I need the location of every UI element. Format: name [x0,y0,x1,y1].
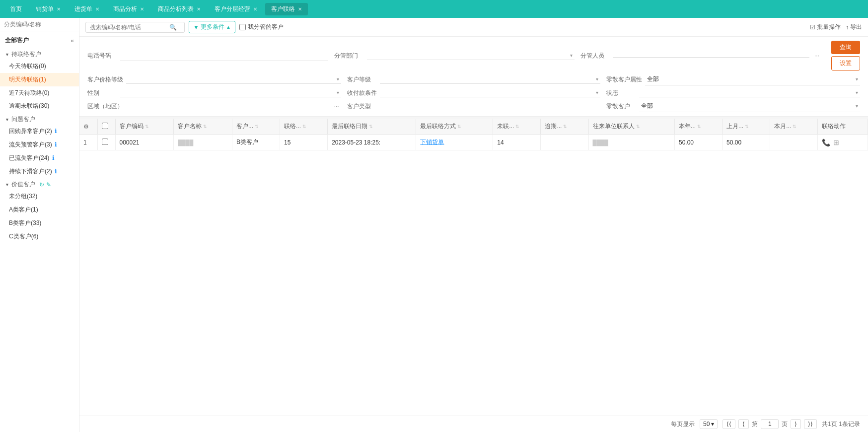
my-customers-checkbox[interactable] [239,24,246,30]
dept-select[interactable]: ▾ [367,51,575,60]
footer: 每页显示 50 ▾ ⟨⟨ ⟨ 第 页 ⟩ ⟩⟩ 共1页 1条记录 [79,416,868,432]
retail-attr-label: 零散客户属性 [606,75,642,84]
nav-customer-tier[interactable]: 客户分层经营 ✕ [209,3,263,15]
customer-type-select[interactable] [380,105,601,108]
action-phone-icon[interactable]: 📞 [822,139,830,146]
batch-operation-btn[interactable]: ☑ 批量操作 [810,23,841,31]
manager-select[interactable] [613,54,809,58]
table-body: 1 000021 ████ B类客户 15 2023-05-23 18:25: … [79,135,868,150]
nav-customer-contact[interactable]: 客户联络 ✕ [265,3,308,15]
nav-sales[interactable]: 销货单 ✕ [30,3,67,15]
value-edit-icon[interactable]: ✎ [46,181,51,188]
nav-close-goods-analysis[interactable]: ✕ [140,6,144,12]
value-refresh-icon[interactable]: ↻ [39,181,44,188]
sort-contact-icon[interactable]: ⇅ [302,124,306,129]
sort-code-icon[interactable]: ⇅ [145,124,149,129]
payment-select[interactable]: ▾ [380,88,601,97]
region-label: 区域（地区） [87,102,123,111]
manager-ellipsis[interactable]: ··· [812,52,821,59]
nav-close-customer-tier[interactable]: ✕ [253,6,257,12]
dept-label: 分管部门 [334,52,364,60]
select-all-checkbox[interactable] [102,123,108,129]
sidebar-item-tomorrow[interactable]: 明天待联络(1) [0,73,79,86]
page-label: 第 [752,420,758,429]
sidebar-item-class-a[interactable]: A类客户(1) [0,203,79,216]
phone-input[interactable] [120,51,328,61]
sidebar-item-repurchase[interactable]: 回购异常客户(2) ℹ [0,125,79,138]
filter-status: 状态 ▾ [606,88,860,97]
phone-label: 电话号码 [87,52,117,60]
cell-unit-contact: ████ [588,135,675,150]
sort-thismonth-icon[interactable]: ⇅ [793,124,796,129]
sort-lastmonth-icon[interactable]: ⇅ [745,124,749,129]
th-unlinkdays: 未联... ⇅ [493,119,541,135]
filter-actions: 查询 设置 [831,41,860,71]
filter-more-btn[interactable]: ▼ 更多条件 ▲ [189,21,235,33]
row-checkbox[interactable] [102,139,108,145]
settings-icon[interactable]: ⚙ [83,123,89,130]
filter-customer-grade: 客户等级 ▾ [347,75,601,84]
query-button[interactable]: 查询 [831,41,860,54]
page-first-btn[interactable]: ⟨⟨ [723,419,735,429]
page-size-select[interactable]: 50 ▾ [700,419,718,429]
retail-attr-select[interactable]: 全部 ▾ [645,73,860,85]
sidebar-item-class-b[interactable]: B类客户(33) [0,216,79,230]
dept-chevron-icon: ▾ [570,53,573,58]
sort-date-icon[interactable]: ⇅ [369,124,373,129]
page-last-btn[interactable]: ⟩⟩ [804,419,817,429]
th-settings: ⚙ [79,119,97,135]
sort-type-icon[interactable]: ⇅ [255,124,259,129]
page-input[interactable] [761,419,779,429]
sort-method-icon[interactable]: ⇅ [457,124,461,129]
nav-close-sales[interactable]: ✕ [57,6,61,12]
sort-overdue-icon[interactable]: ⇅ [563,124,567,129]
sidebar-item-class-c[interactable]: C类客户(6) [0,230,79,243]
page-prev-btn[interactable]: ⟨ [738,419,749,429]
price-grade-chevron: ▾ [337,76,339,82]
retail-customer-select[interactable]: 全部 ▾ [639,100,860,112]
nav-close-purchase[interactable]: ✕ [95,6,99,12]
cell-last-month: 50.00 [723,135,770,150]
page-next-btn[interactable]: ⟩ [791,419,801,429]
sidebar-item-lostwarning[interactable]: 流失预警客户(3) ℹ [0,138,79,151]
sidebar-item-week[interactable]: 近7天待联络(0) [0,86,79,100]
sort-unlink-icon[interactable]: ⇅ [515,124,519,129]
nav-close-goods-list[interactable]: ✕ [197,6,201,12]
cell-unlink: 14 [493,135,541,150]
sort-name-icon[interactable]: ⇅ [203,124,207,129]
price-grade-select[interactable]: ▾ [126,75,341,84]
sort-unit-icon[interactable]: ⇅ [636,124,640,129]
cell-last-date: 2023-05-23 18:25: [328,135,416,150]
nav-close-customer-contact[interactable]: ✕ [298,6,302,12]
search-input[interactable] [90,24,169,31]
nav-purchase[interactable]: 进货单 ✕ [69,3,105,15]
action-more-icon[interactable]: ⊞ [833,139,839,146]
sidebar-all-customers[interactable]: 全部客户 « [0,33,79,48]
sidebar-item-today[interactable]: 今天待联络(0) [0,60,79,73]
th-action: 联络动作 [818,119,868,135]
my-customers-checkbox-label[interactable]: 我分管的客户 [239,23,284,31]
sidebar-item-overdue[interactable]: 逾期未联络(30) [0,99,79,113]
setting-button[interactable]: 设置 [831,56,860,71]
cell-actions: 📞 ⊞ [818,135,868,150]
sidebar-item-declining[interactable]: 持续下滑客户(2) ℹ [0,165,79,178]
export-btn[interactable]: ↑ 导出 [846,23,862,31]
filter-payment: 收付款条件 ▾ [347,88,601,97]
sort-year-icon[interactable]: ⇅ [697,124,701,129]
nav-goods-analysis[interactable]: 商品分析 ✕ [107,3,150,15]
customer-grade-select[interactable]: ▾ [380,75,601,84]
filter-row-1: 电话号码 分管部门 ▾ 分管人员 ··· [87,41,860,71]
gender-select[interactable]: ▾ [120,88,341,97]
region-select[interactable] [126,105,329,108]
search-icon[interactable]: 🔍 [169,24,177,31]
status-select[interactable]: ▾ [639,88,860,97]
status-label: 状态 [606,89,636,97]
nav-goods-analysis-list[interactable]: 商品分析列表 ✕ [152,3,207,15]
sidebar-search-input[interactable] [4,21,78,28]
nav-home[interactable]: 首页 [4,3,28,15]
last-method-link[interactable]: 下销货单 [420,139,444,145]
sidebar-item-ungrouped[interactable]: 未分组(32) [0,190,79,203]
sidebar-item-lost[interactable]: 已流失客户(24) ℹ [0,151,79,165]
region-ellipsis[interactable]: ··· [332,103,341,110]
th-last-date: 最后联络日期 ⇅ [328,119,416,135]
